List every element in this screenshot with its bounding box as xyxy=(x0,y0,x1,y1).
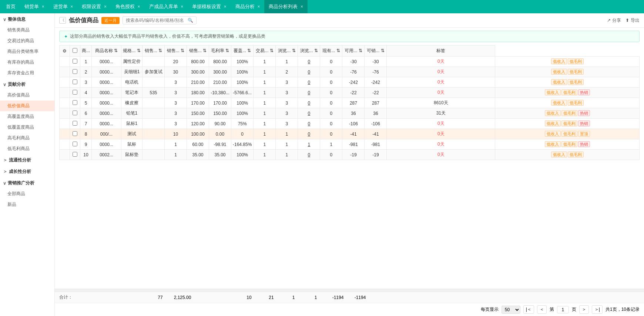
browse-link[interactable]: 0 xyxy=(308,121,311,126)
cell-browse[interactable]: 0 xyxy=(298,98,320,108)
row-checkbox[interactable] xyxy=(73,100,77,105)
nav-product-in[interactable]: 产成品入库单 × xyxy=(145,0,188,13)
cell-check[interactable] xyxy=(70,77,80,88)
cell-check[interactable] xyxy=(70,139,80,150)
browse-link[interactable]: 0 xyxy=(308,101,311,106)
row-checkbox[interactable] xyxy=(73,152,77,157)
nav-product-list[interactable]: 商品分析列表 × xyxy=(264,0,308,13)
search-input[interactable] xyxy=(126,18,186,23)
browse-link[interactable]: 0 xyxy=(308,59,311,64)
row-checkbox[interactable] xyxy=(73,131,77,136)
sidebar-item-all-goods[interactable]: 全部商品 xyxy=(0,188,54,199)
nav-sales[interactable]: 销货单 × xyxy=(20,0,49,13)
sidebar-group-contribution[interactable]: ∨ 贡献分析 xyxy=(0,78,54,90)
nav-purchase[interactable]: 进货单 × xyxy=(49,0,78,13)
th-available[interactable]: 可用... ⇅ xyxy=(342,45,365,57)
sidebar-group-circulation[interactable]: ＞ 流通性分析 xyxy=(0,154,54,166)
browse-link[interactable]: 0 xyxy=(308,152,311,157)
select-all-checkbox[interactable] xyxy=(73,48,77,53)
th-settings[interactable]: ⚙ xyxy=(60,45,70,57)
cell-check[interactable] xyxy=(70,119,80,129)
browse-link[interactable]: 1 xyxy=(308,142,311,147)
row-checkbox[interactable] xyxy=(73,142,77,146)
cell-browse[interactable]: 0 xyxy=(298,57,320,67)
browse-link[interactable]: 0 xyxy=(308,90,311,95)
close-icon[interactable]: × xyxy=(138,4,140,9)
cell-browse[interactable]: 0 xyxy=(298,119,320,129)
sidebar-group-growth[interactable]: ＞ 成长性分析 xyxy=(0,166,54,177)
row-checkbox[interactable] xyxy=(73,90,77,95)
sidebar-item-new-goods[interactable]: 新品 xyxy=(0,199,54,210)
row-checkbox[interactable] xyxy=(73,121,77,126)
th-qty[interactable]: 销售... ⇅ xyxy=(142,45,165,57)
th-margin[interactable]: 毛利率 ⇅ xyxy=(209,45,231,57)
close-icon[interactable]: × xyxy=(181,4,183,9)
prev-page-btn[interactable]: ＜ xyxy=(537,305,547,314)
cell-check[interactable] xyxy=(70,88,80,98)
export-btn[interactable]: ⬆ 导出 xyxy=(625,17,640,24)
th-amount[interactable]: 销售... ⇅ xyxy=(165,45,187,57)
browse-link[interactable]: 0 xyxy=(308,69,311,75)
browse-link[interactable]: 0 xyxy=(308,80,311,85)
th-browse-uv[interactable]: 浏览... ⇅ xyxy=(298,45,320,57)
cell-check[interactable] xyxy=(70,150,80,160)
sidebar-item-low-value[interactable]: 低价值商品 xyxy=(0,101,54,111)
cell-check[interactable] xyxy=(70,57,80,67)
browse-link[interactable]: 0 xyxy=(308,111,311,116)
next-page-btn[interactable]: ＞ xyxy=(579,305,589,314)
nav-home[interactable]: 首页 xyxy=(1,0,20,13)
th-days[interactable]: 可销... ⇅ xyxy=(365,45,387,57)
row-checkbox[interactable] xyxy=(73,59,77,64)
th-profit[interactable]: 销售... ⇅ xyxy=(187,45,209,57)
nav-roles[interactable]: 角色授权 × xyxy=(111,0,145,13)
first-page-btn[interactable]: |＜ xyxy=(523,305,534,314)
th-spec[interactable]: 规格... ⇅ xyxy=(121,45,142,57)
th-name[interactable]: 商品名称 ⇅ xyxy=(92,45,121,57)
period-btn[interactable]: 近一月 xyxy=(101,17,120,24)
close-icon[interactable]: × xyxy=(70,4,73,9)
th-stock[interactable]: 现有... ⇅ xyxy=(320,45,342,57)
sidebar-item-high-coverage[interactable]: 高覆盖度商品 xyxy=(0,111,54,122)
th-coverage[interactable]: 覆盖... ⇅ xyxy=(231,45,254,57)
cell-check[interactable] xyxy=(70,67,80,77)
row-checkbox[interactable] xyxy=(73,111,77,115)
collapse-sidebar-btn[interactable]: 《 xyxy=(59,17,66,24)
th-trade[interactable]: 交易... ⇅ xyxy=(254,45,276,57)
page-input[interactable] xyxy=(557,306,569,313)
close-icon[interactable]: × xyxy=(104,4,107,9)
row-checkbox[interactable] xyxy=(73,69,77,74)
sidebar-item-low-coverage[interactable]: 低覆盖度商品 xyxy=(0,122,54,133)
cell-browse[interactable]: 0 xyxy=(298,88,320,98)
cell-browse[interactable]: 0 xyxy=(298,77,320,88)
cell-browse[interactable]: 0 xyxy=(298,129,320,139)
sidebar-item-high-value[interactable]: 高价值商品 xyxy=(0,90,54,101)
cell-check[interactable] xyxy=(70,98,80,108)
sidebar-group-overall[interactable]: ∨ 整体信息 xyxy=(0,13,54,25)
cell-browse[interactable]: 0 xyxy=(298,108,320,119)
cell-browse[interactable]: 1 xyxy=(298,139,320,150)
cell-browse[interactable]: 0 xyxy=(298,67,320,77)
sidebar-item-stock-capital[interactable]: 库存资金占用 xyxy=(0,68,54,78)
nav-product-analysis[interactable]: 商品分析 × xyxy=(231,0,265,13)
sidebar-item-sales-goods[interactable]: 销售类商品 xyxy=(0,25,54,35)
sidebar-item-low-margin[interactable]: 低毛利商品 xyxy=(0,143,54,154)
nav-permissions[interactable]: 权限设置 × xyxy=(77,0,111,13)
nav-template[interactable]: 单据模板设置 × xyxy=(188,0,231,13)
sidebar-item-high-margin[interactable]: 高毛利商品 xyxy=(0,133,54,143)
browse-link[interactable]: 0 xyxy=(308,132,311,137)
share-btn[interactable]: ↗ 分享 xyxy=(607,17,621,24)
sidebar-item-traded-goods[interactable]: 交易过的商品 xyxy=(0,35,54,46)
sidebar-item-category-rate[interactable]: 商品分类销售率 xyxy=(0,46,54,57)
close-icon[interactable]: × xyxy=(301,4,303,9)
th-browse[interactable]: 浏览... ⇅ xyxy=(276,45,298,57)
cell-check[interactable] xyxy=(70,108,80,119)
page-size-select[interactable]: 50 100 200 xyxy=(502,306,520,314)
horizontal-scrollbar[interactable] xyxy=(55,289,644,292)
close-icon[interactable]: × xyxy=(224,4,227,9)
search-icon[interactable]: 🔍 xyxy=(188,18,193,23)
sidebar-item-stock-goods[interactable]: 有库存的商品 xyxy=(0,57,54,68)
close-icon[interactable]: × xyxy=(257,4,260,9)
sidebar-group-marketing[interactable]: ∨ 营销推广分析 xyxy=(0,177,54,188)
row-checkbox[interactable] xyxy=(73,79,77,84)
cell-check[interactable] xyxy=(70,129,80,139)
